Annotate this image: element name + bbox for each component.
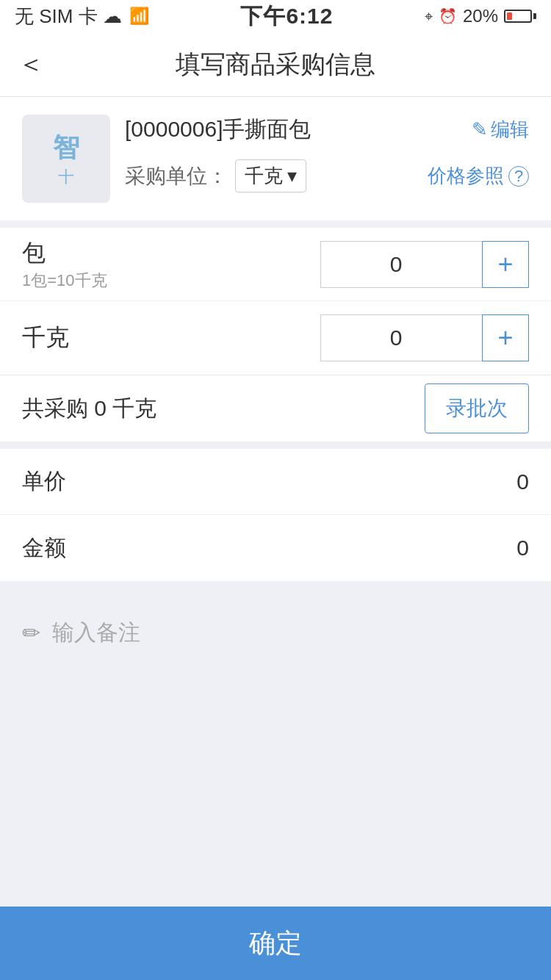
product-name: [0000006]手撕面包 [125, 115, 311, 145]
logo-main: 智 [53, 130, 79, 166]
product-card: 智 十 [0000006]手撕面包 ✎ 编辑 采购单位： 千克 ▾ [0, 97, 551, 228]
qty-input-block-kg: + [140, 314, 529, 361]
total-section: 共采购 0 千克 录批次 [0, 375, 551, 449]
sim-label: 无 SIM 卡 ☁ [15, 4, 122, 29]
confirm-button[interactable]: 确定 [0, 907, 551, 980]
status-left: 无 SIM 卡 ☁ 📶 [15, 4, 149, 29]
status-time: 下午6:12 [240, 1, 333, 32]
amount-value: 0 [516, 536, 529, 561]
qty-row-kg: 千克 + [0, 301, 551, 375]
alarm-icon: ⏰ [439, 7, 457, 25]
edit-label: 编辑 [491, 117, 529, 143]
price-info-section: 单价 0 金额 0 [0, 449, 551, 588]
kg-label: 千克 [22, 322, 140, 354]
product-info: [0000006]手撕面包 ✎ 编辑 采购单位： 千克 ▾ 价格参照 ? [125, 115, 529, 192]
kg-quantity-input[interactable] [320, 314, 482, 361]
qty-input-block-bag: + [140, 241, 529, 288]
bag-quantity-input[interactable] [320, 241, 482, 288]
price-ref-icon: ? [508, 166, 529, 187]
unit-price-label: 单价 [22, 466, 66, 497]
unit-label: 采购单位： [125, 162, 228, 190]
bag-label: 包 [22, 237, 140, 270]
remark-section[interactable]: ✏ 输入备注 [0, 588, 551, 677]
nav-bar: ＜ 填写商品采购信息 [0, 32, 551, 97]
kg-plus-button[interactable]: + [482, 314, 529, 361]
unit-price-row: 单价 0 [0, 449, 551, 515]
price-ref-label: 价格参照 [428, 163, 504, 189]
page-title: 填写商品采购信息 [176, 48, 375, 82]
product-title-row: [0000006]手撕面包 ✎ 编辑 [125, 115, 529, 145]
back-button[interactable]: ＜ [18, 46, 44, 82]
location-icon: ⌖ [425, 8, 433, 25]
edit-icon: ✎ [472, 118, 488, 141]
wifi-icon: 📶 [129, 7, 149, 26]
chevron-down-icon: ▾ [287, 165, 297, 187]
amount-label: 金额 [22, 533, 66, 563]
unit-price-value: 0 [516, 469, 529, 494]
spacer [0, 677, 551, 907]
bag-plus-button[interactable]: + [482, 241, 529, 288]
unit-select[interactable]: 千克 ▾ [235, 159, 306, 192]
amount-row: 金额 0 [0, 515, 551, 581]
battery-icon [504, 10, 536, 23]
edit-button[interactable]: ✎ 编辑 [472, 117, 529, 143]
bag-sub-label: 1包=10千克 [22, 270, 140, 292]
remark-placeholder: 输入备注 [52, 618, 140, 648]
status-bar: 无 SIM 卡 ☁ 📶 下午6:12 ⌖ ⏰ 20% [0, 0, 551, 32]
price-ref-button[interactable]: 价格参照 ? [428, 163, 529, 189]
quantity-section: 包 1包=10千克 + 千克 + [0, 228, 551, 375]
pencil-icon: ✏ [22, 620, 40, 646]
unit-value: 千克 [245, 163, 283, 189]
qty-row-bag: 包 1包=10千克 + [0, 228, 551, 301]
product-image: 智 十 [22, 115, 110, 203]
total-text: 共采购 0 千克 [22, 394, 156, 424]
logo-sub: 十 [58, 166, 74, 188]
qty-label-bag: 包 1包=10千克 [22, 237, 140, 292]
record-batch-button[interactable]: 录批次 [425, 383, 529, 433]
product-unit-row: 采购单位： 千克 ▾ 价格参照 ? [125, 159, 529, 192]
battery-percent: 20% [463, 6, 498, 26]
status-right: ⌖ ⏰ 20% [425, 6, 536, 26]
qty-label-kg: 千克 [22, 322, 140, 354]
